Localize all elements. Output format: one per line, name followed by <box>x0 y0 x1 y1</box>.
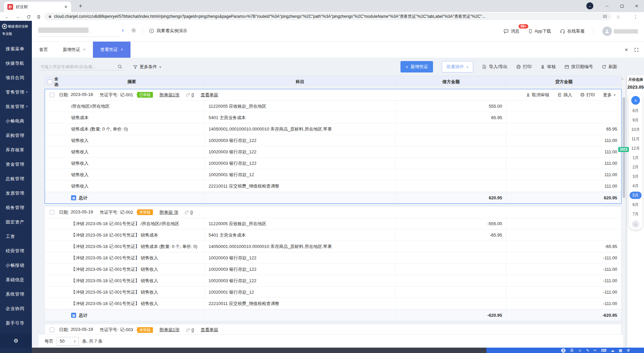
install-app-icon[interactable] <box>603 14 607 19</box>
voucher-line-row[interactable]: 销售成本 (数量: 0 个, 单价: 0)14050001.000100010.… <box>45 123 621 135</box>
workspace-tab[interactable]: 查看凭证× <box>93 42 130 58</box>
voucher-line-row[interactable]: 销售收入10020003 银行存款_122111.00 <box>45 146 621 158</box>
workspace-tab[interactable]: 新增凭证× <box>55 42 93 58</box>
ime-english-icon[interactable]: 英 <box>570 349 574 352</box>
browser-tab[interactable]: 好 好业财 ✕ <box>4 2 71 12</box>
voucher-line-row[interactable]: 销售收入10020003 银行存款_122111.00 <box>45 158 621 169</box>
month-item[interactable]: 3月 <box>630 172 642 181</box>
sidebar-item[interactable]: 发票管理 <box>0 186 32 200</box>
app-download-button[interactable]: App下载 <box>528 28 551 34</box>
sidebar-item[interactable]: 税务管理 <box>0 200 32 215</box>
ime-settings-icon[interactable]: ⚙ <box>627 349 630 352</box>
forward-icon[interactable]: → <box>14 13 21 20</box>
fullscreen-icon[interactable] <box>634 48 639 52</box>
company-selector[interactable] <box>38 26 119 37</box>
attached-docs-link[interactable]: 附单据1张 <box>160 92 179 98</box>
back-icon[interactable]: ← <box>3 13 11 20</box>
ime-wang-icon[interactable]: 王 <box>561 348 566 353</box>
voucher-line-row[interactable]: 销售成本5401 主营业务成本65.95 <box>45 112 621 123</box>
sidebar-item[interactable]: 新手引导 <box>0 316 32 330</box>
print-voucher-button[interactable]: 打印 <box>580 92 595 98</box>
voucher-checkbox[interactable] <box>50 210 54 215</box>
voucher-line-row[interactable]: 销售收入22210011 应交税费_增值税检查调整111.00 <box>45 181 621 192</box>
month-item[interactable]: 7月 <box>630 209 642 219</box>
search-icon[interactable] <box>117 64 122 69</box>
bookmark-star-icon[interactable]: ☆ <box>614 13 622 20</box>
voucher-line-row[interactable]: 【冲销 2023-05-18 记-001号凭证】 销售收入10020003 银行… <box>45 275 621 287</box>
tab-close-icon[interactable]: × <box>121 47 123 52</box>
sidebar-item[interactable]: 小畅电商 <box>0 114 32 128</box>
select-all-checkbox[interactable] <box>48 80 52 84</box>
month-item[interactable]: 1月 <box>630 153 642 162</box>
sidebar-item[interactable]: 固定资产 <box>0 215 32 229</box>
voucher-line-row[interactable]: /所在地区//所在地区11220005 应收账款_所在地区555.00 <box>45 101 621 112</box>
month-item[interactable]: 9月 <box>630 115 642 125</box>
voucher-search[interactable] <box>39 63 124 70</box>
voucher-checkbox[interactable] <box>50 93 54 97</box>
close-all-tabs-icon[interactable]: ✕ <box>625 47 628 52</box>
voucher-line-row[interactable]: 【冲销 2023-05-18 记-001号凭证】 销售收入10020003 银行… <box>45 252 621 264</box>
window-minimize-button[interactable]: ─ <box>600 0 614 12</box>
month-item[interactable]: 5月 <box>630 192 642 199</box>
voucher-line-row[interactable]: 销售收入10020001 银行存款_12111.00 <box>45 169 621 181</box>
voucher-line-row[interactable]: 【冲销 2023-05-18 记-001号凭证】 销售成本5401 主营业务成本… <box>45 230 621 241</box>
ime-screenshot-icon[interactable]: ✂ <box>594 349 597 352</box>
voucher-line-row[interactable]: 销售收入10020003 银行存款_122111.00 <box>45 135 621 146</box>
url-field[interactable]: cloud.chanjet.com/cc/u6d89qwnryel/57bfsk… <box>44 13 611 20</box>
search-input[interactable] <box>41 64 117 69</box>
view-doc-link[interactable]: 查看单据 <box>201 327 218 333</box>
tab-close-icon[interactable]: ✕ <box>64 4 68 9</box>
voucher-line-row[interactable]: 【冲销 2023-05-18 记-001号凭证】 /所在地区//所在地区1122… <box>45 218 621 230</box>
voucher-checkbox[interactable] <box>50 327 54 332</box>
new-tab-button[interactable]: + <box>76 2 85 10</box>
voucher-line-row[interactable]: 【冲销 2023-05-18 记-001号凭证】 销售成本 (数量: 0 个, … <box>45 241 621 252</box>
sidebar-item[interactable]: 采购管理 <box>0 128 32 143</box>
voucher-line-row[interactable]: 【冲销 2023-05-18 记-001号凭证】 销售收入10020003 银行… <box>45 264 621 275</box>
sidebar-settings-gear-icon[interactable]: ⚙ <box>0 334 32 348</box>
sidebar-item[interactable]: 搜索菜单 <box>0 42 32 56</box>
ime-apps-icon[interactable]: ▦ <box>619 349 622 352</box>
add-voucher-button[interactable]: +新增凭证 <box>400 61 433 72</box>
cancel-audit-button[interactable]: 取消审核 <box>526 92 549 98</box>
month-item[interactable]: 10月 <box>630 125 642 134</box>
window-close-button[interactable]: ✕ <box>629 0 644 12</box>
refresh-button[interactable]: 刷新 <box>602 64 617 70</box>
sidebar-item[interactable]: 系统管理 <box>0 287 32 301</box>
month-item[interactable]: 8月 <box>630 106 642 115</box>
number-by-date-button[interactable]: 按日期编号 <box>565 64 593 70</box>
more-filters-button[interactable]: 更多条件 ∨ <box>133 64 161 70</box>
attachment-count-link[interactable]: 0 <box>192 327 194 333</box>
window-maximize-button[interactable] <box>614 0 629 12</box>
print-button[interactable]: 打印 <box>516 64 532 70</box>
voucher-line-row[interactable]: 【冲销 2023-05-18 记-001号凭证】 销售收入22210011 应交… <box>45 298 621 309</box>
attachment-count-link[interactable]: 0 <box>190 210 193 215</box>
list-scrollbar[interactable] <box>623 76 625 334</box>
reload-icon[interactable] <box>25 13 32 20</box>
trash-icon[interactable] <box>35 13 42 20</box>
sidebar-item[interactable]: 经营管理 <box>0 244 32 258</box>
ime-emoji-icon[interactable]: ☺ <box>578 349 582 352</box>
workspace-tab[interactable]: 首页 <box>32 42 55 58</box>
per-page-select[interactable]: 50 ∨ <box>57 337 79 346</box>
sidebar-item[interactable]: 批发管理▼ <box>0 99 32 114</box>
sidebar-item[interactable]: 资金管理 <box>0 157 32 171</box>
audit-button[interactable]: 审核 <box>540 64 556 70</box>
ime-handwriting-icon[interactable]: ✎ <box>586 349 589 352</box>
sidebar-item[interactable]: 基础信息 <box>0 272 32 287</box>
import-export-button[interactable]: 导入/导出 <box>482 64 507 70</box>
demo-link[interactable]: 我要看实例演示 <box>149 28 187 34</box>
messages-button[interactable]: 消息 99+ <box>503 28 520 34</box>
settings-gear-icon[interactable] <box>131 28 137 33</box>
panel-collapse-icon[interactable]: » <box>622 77 624 81</box>
browser-update-icon[interactable]: ⌄ <box>586 2 593 9</box>
month-item[interactable]: 11月 <box>630 134 642 144</box>
scroll-months-up-icon[interactable]: ∧ <box>631 96 640 105</box>
sidebar-item[interactable]: 库存核算 <box>0 143 32 157</box>
voucher-line-row[interactable]: 【冲销 2023-05-18 记-001号凭证】 销售收入10020001 银行… <box>45 287 621 298</box>
month-item[interactable]: 6月 <box>630 200 642 209</box>
scroll-months-down-icon[interactable]: ∨ <box>632 220 639 228</box>
ime-cloud-icon[interactable]: ☁ <box>611 349 614 352</box>
sidebar-item[interactable]: 工资 <box>0 229 32 244</box>
insert-button[interactable]: 插入 <box>557 92 572 98</box>
sidebar-item[interactable]: 小畅报销 <box>0 258 32 272</box>
